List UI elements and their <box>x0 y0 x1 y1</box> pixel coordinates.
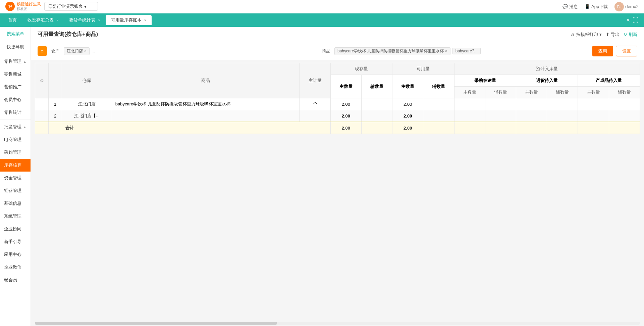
th-prod-sub: 辅数量 <box>609 87 640 98</box>
quick-nav-btn[interactable]: 快捷导航 <box>0 41 31 53</box>
query-btn[interactable]: 查询 <box>592 46 613 56</box>
sidebar-item-purchase[interactable]: 采购管理 <box>0 146 31 159</box>
tab-available-stock[interactable]: 可用量库存账本 × <box>106 15 152 25</box>
warehouse-more[interactable]: ... <box>92 49 95 53</box>
chevron-down-icon-print: ▾ <box>599 32 602 37</box>
user-area[interactable]: Ea demo2 <box>614 2 639 11</box>
footer-arrival-main <box>516 122 547 134</box>
export-btn[interactable]: ⬆ 导出 <box>606 32 620 38</box>
sidebar-item-wechat-biz[interactable]: 企业微信 <box>0 261 31 274</box>
th-stock-main: 主数量 <box>330 75 361 98</box>
tab-order-stats-close[interactable]: × <box>98 18 100 22</box>
sidebar-item-member-pro-label: 畅会员 <box>4 277 17 283</box>
tab-available-stock-label: 可用量库存账本 <box>111 17 142 23</box>
product-tag-2-value: babycare?... <box>455 49 478 53</box>
product-tag-1-value: babycare学饮杯 儿童防摔防撞吸管杯重力球吸嘴杯宝宝水杯 <box>337 48 444 54</box>
chevron-icon-2: ▲ <box>23 125 26 129</box>
th-settings[interactable]: ⚙ <box>35 63 49 98</box>
sidebar-item-enterprise-label: 企业协同 <box>4 226 21 232</box>
settings-icon[interactable]: ⚙ <box>40 78 44 83</box>
main-layout: 搜索菜单 快捷导航 零售管理 ▲ 零售商城 营销推广 会员中心 零售统计 批发管… <box>0 27 644 326</box>
sidebar-item-marketing[interactable]: 营销推广 <box>0 81 31 93</box>
scroll-track[interactable] <box>35 322 640 325</box>
th-stock-sub: 辅数量 <box>361 75 392 98</box>
top-bar: 好 畅捷通好生意 标准版 母婴行业演示账套 ▾ 💬 消息 📱 App下载 Ea … <box>0 0 644 13</box>
th-incoming-group: 预计入库量 <box>454 63 640 75</box>
top-bar-right: 💬 消息 📱 App下载 Ea demo2 <box>562 2 639 11</box>
industry-label: 母婴行业演示账套 <box>48 3 83 9</box>
filter-toggle-btn[interactable]: » <box>38 46 47 56</box>
td-avail-main-1: 2.00 <box>392 98 423 110</box>
sidebar-item-member-pro[interactable]: 畅会员 <box>0 274 31 286</box>
th-production-group: 产成品待入量 <box>578 75 640 87</box>
sidebar-item-purchase-label: 采购管理 <box>4 149 21 155</box>
tab-home[interactable]: 首页 <box>3 15 22 25</box>
td-avail-sub-1 <box>423 98 454 110</box>
expand-icon[interactable]: ⛶ <box>633 17 639 24</box>
th-index <box>49 63 62 98</box>
sidebar-item-basic-info[interactable]: 基础信息 <box>0 197 31 210</box>
close-all-icon[interactable]: × <box>626 17 630 24</box>
td-stock-main-1: 2.00 <box>330 98 361 110</box>
sidebar-item-members[interactable]: 会员中心 <box>0 93 31 106</box>
nav-close-all: × ⛶ <box>624 17 641 24</box>
sidebar-item-retail-mgmt[interactable]: 零售管理 ▲ <box>0 55 31 68</box>
td-prod-main-2 <box>578 110 609 122</box>
sidebar-item-retail-mall[interactable]: 零售商城 <box>0 68 31 81</box>
refresh-btn[interactable]: ↻ 刷新 <box>624 32 637 38</box>
sidebar-item-retail-stats[interactable]: 零售统计 <box>0 106 31 119</box>
td-avail-main-2: 2.00 <box>392 110 423 122</box>
th-arrival-main: 主数量 <box>516 87 547 98</box>
tab-receive-pay-close[interactable]: × <box>56 18 58 22</box>
sidebar-item-newbie[interactable]: 新手引导 <box>0 235 31 248</box>
footer-purchase-main <box>454 122 485 134</box>
print-btn[interactable]: 🖨 按模板打印 ▾ <box>571 32 602 38</box>
sidebar-item-operations[interactable]: 经营管理 <box>0 184 31 197</box>
td-arrival-main-2 <box>516 110 547 122</box>
avatar: Ea <box>614 2 624 11</box>
sidebar-item-wholesale[interactable]: 批发管理 ▲ <box>0 121 31 133</box>
app-label: App下载 <box>591 4 608 10</box>
page-title: 可用量查询(按仓库+商品) <box>38 31 98 38</box>
sidebar-item-sys-mgmt[interactable]: 系统管理 <box>0 210 31 223</box>
sidebar-item-ecommerce[interactable]: 电商管理 <box>0 133 31 146</box>
sidebar-divider-1 <box>0 120 31 120</box>
product-tag-2[interactable]: babycare?... <box>452 48 481 54</box>
app-download-btn[interactable]: 📱 App下载 <box>585 4 608 10</box>
td-unit-1: 个 <box>300 98 330 110</box>
warehouse-tag-remove[interactable]: × <box>84 49 87 53</box>
th-purchase-main: 主数量 <box>454 87 485 98</box>
td-avail-sub-2 <box>423 110 454 122</box>
sidebar-item-app-center[interactable]: 应用中心 <box>0 248 31 261</box>
scroll-thumb[interactable] <box>35 322 277 325</box>
sidebar-item-newbie-label: 新手引导 <box>4 239 21 245</box>
top-bar-left: 好 畅捷通好生意 标准版 母婴行业演示账套 ▾ <box>5 2 98 11</box>
sidebar-search-btn[interactable]: 搜索菜单 <box>3 30 28 38</box>
td-purchase-sub-2 <box>485 110 516 122</box>
sidebar-item-enterprise[interactable]: 企业协同 <box>0 223 31 235</box>
td-purchase-main-1 <box>454 98 485 110</box>
message-label: 消息 <box>569 4 578 10</box>
tab-order-stats[interactable]: 要货单统计表 × <box>64 15 105 25</box>
footer-prod-main <box>578 122 609 134</box>
th-product: 商品 <box>112 63 300 98</box>
footer-purchase-sub <box>485 122 516 134</box>
td-arrival-sub-2 <box>547 110 578 122</box>
tab-receive-pay[interactable]: 收发存汇总表 × <box>22 15 64 25</box>
sidebar-item-basic-info-label: 基础信息 <box>4 200 21 206</box>
page-actions: 🖨 按模板打印 ▾ ⬆ 导出 ↻ 刷新 <box>571 32 637 38</box>
warehouse-tag-value: 江北门店 <box>67 48 83 54</box>
product-tag-1[interactable]: babycare学饮杯 儿童防摔防撞吸管杯重力球吸嘴杯宝宝水杯 × <box>334 47 450 55</box>
message-btn[interactable]: 💬 消息 <box>562 4 578 10</box>
warehouse-tag[interactable]: 江北门店 × <box>64 47 90 55</box>
footer-arrival-sub <box>547 122 578 134</box>
chevron-down-icon: ▾ <box>84 4 87 9</box>
product-tag-1-remove[interactable]: × <box>445 49 447 53</box>
sidebar-item-inventory[interactable]: 库存核算 <box>0 159 31 172</box>
sidebar-item-finance[interactable]: 资金管理 <box>0 172 31 184</box>
setting-btn[interactable]: 设置 <box>616 46 637 56</box>
tab-available-stock-close[interactable]: × <box>144 18 146 22</box>
chevron-icon: ▲ <box>23 60 26 63</box>
industry-selector[interactable]: 母婴行业演示账套 ▾ <box>44 2 98 11</box>
td-settings-2 <box>35 110 49 122</box>
